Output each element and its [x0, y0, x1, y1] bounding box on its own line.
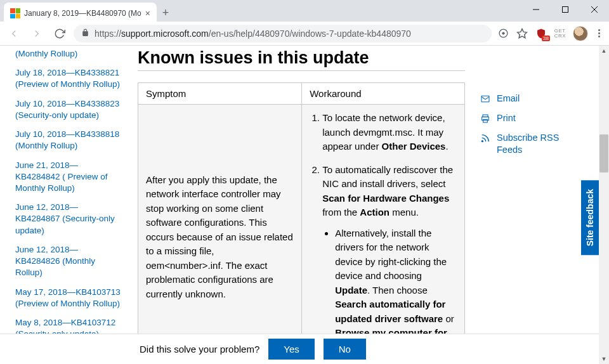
- reload-button[interactable]: [51, 25, 69, 42]
- browser-toolbar: https://support.microsoft.com/en-us/help…: [0, 22, 609, 46]
- feedback-bar: Did this solve your problem? Yes No: [0, 334, 599, 364]
- sidebar-link[interactable]: July 18, 2018—KB4338821 (Preview of Mont…: [15, 67, 122, 90]
- tab-title: January 8, 2019—KB4480970 (Mo: [24, 9, 141, 18]
- maximize-button[interactable]: [551, 0, 580, 19]
- feedback-question: Did this solve your problem?: [140, 344, 259, 354]
- page-content: (Monthly Rollup) July 18, 2018—KB4338821…: [0, 46, 609, 364]
- browser-menu-button[interactable]: [594, 29, 604, 37]
- scroll-thumb[interactable]: [599, 134, 608, 172]
- main-article: Known issues in this update Symptom Work…: [130, 46, 478, 364]
- microsoft-favicon: [10, 8, 20, 18]
- sidebar-link[interactable]: July 10, 2018—KB4338823 (Security-only u…: [15, 98, 122, 121]
- sidebar-nav: (Monthly Rollup) July 18, 2018—KB4338821…: [0, 46, 130, 364]
- ublock-icon[interactable]: 38: [535, 27, 547, 40]
- email-link[interactable]: Email: [480, 93, 571, 105]
- mail-icon: [480, 94, 490, 104]
- svg-rect-7: [481, 96, 489, 101]
- workaround-cell: To locate the network device, launch dev…: [302, 105, 465, 365]
- scroll-down-icon[interactable]: ▼: [599, 354, 609, 364]
- lock-icon: [81, 29, 89, 39]
- workaround-step-2: To automatically rediscover the NIC and …: [322, 163, 457, 355]
- divider: [138, 70, 465, 71]
- th-workaround: Workaround: [302, 83, 465, 105]
- sidebar-link[interactable]: May 17, 2018—KB4103713 (Preview of Month…: [15, 287, 122, 309]
- th-symptom: Symptom: [138, 83, 302, 105]
- svg-rect-10: [483, 119, 488, 122]
- sidebar-link[interactable]: June 21, 2018—KB4284842 ( Preview of Mon…: [15, 160, 122, 195]
- svg-point-11: [481, 140, 483, 141]
- extension-icon[interactable]: [497, 27, 509, 40]
- aside-actions: Email Print Subscribe RSS Feeds: [478, 46, 576, 364]
- minimize-button[interactable]: [521, 0, 551, 19]
- bookmark-star-icon[interactable]: [516, 27, 528, 40]
- close-tab-icon[interactable]: ×: [145, 8, 150, 18]
- sidebar-link[interactable]: June 12, 2018—KB4284867 (Security-only u…: [15, 202, 122, 237]
- close-window-button[interactable]: [580, 0, 609, 19]
- url: https://support.microsoft.com/en-us/help…: [95, 29, 411, 39]
- no-button[interactable]: No: [324, 339, 366, 360]
- ublock-badge: 38: [542, 36, 550, 41]
- issues-table: Symptom Workaround After you apply this …: [138, 82, 465, 364]
- browser-tab[interactable]: January 8, 2019—KB4480970 (Mo ×: [4, 3, 157, 24]
- scroll-up-icon[interactable]: ▲: [599, 46, 609, 56]
- address-bar[interactable]: https://support.microsoft.com/en-us/help…: [74, 25, 492, 42]
- yes-button[interactable]: Yes: [268, 339, 314, 360]
- new-tab-button[interactable]: +: [157, 4, 174, 22]
- print-icon: [480, 114, 490, 124]
- svg-rect-1: [563, 7, 568, 13]
- sidebar-link[interactable]: July 10, 2018—KB4338818 (Monthly Rollup): [15, 129, 122, 152]
- sidebar-link[interactable]: (Monthly Rollup): [15, 48, 122, 60]
- feedback-tab[interactable]: Site feedback: [581, 180, 599, 255]
- print-link[interactable]: Print: [480, 112, 571, 124]
- svg-marker-6: [518, 29, 527, 37]
- window-controls: [521, 0, 609, 19]
- forward-button[interactable]: [28, 25, 46, 42]
- profile-avatar[interactable]: [573, 26, 588, 41]
- back-button[interactable]: [5, 25, 23, 42]
- workaround-step-1: To locate the network device, launch dev…: [322, 111, 457, 154]
- crx-icon[interactable]: GET CRX: [554, 27, 566, 40]
- section-heading: Known issues in this update: [138, 48, 465, 68]
- rss-icon: [480, 133, 490, 143]
- symptom-cell: After you apply this update, the network…: [138, 105, 302, 365]
- rss-link[interactable]: Subscribe RSS Feeds: [480, 132, 571, 156]
- sidebar-link[interactable]: June 12, 2018—KB4284826 (Monthly Rollup): [15, 244, 122, 279]
- window-titlebar: January 8, 2019—KB4480970 (Mo × +: [0, 0, 609, 22]
- vertical-scrollbar[interactable]: ▲ ▼: [599, 46, 609, 364]
- svg-point-5: [502, 32, 504, 34]
